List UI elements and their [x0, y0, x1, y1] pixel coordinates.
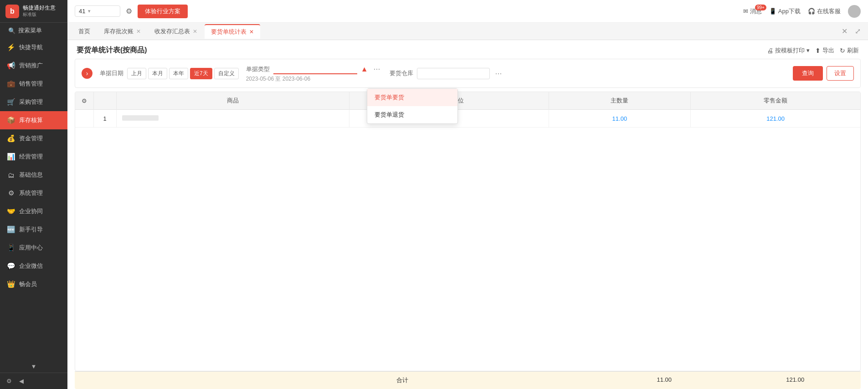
nav-label-sales: 销售管理	[19, 80, 43, 88]
sidebar-logo: b 畅捷通好生意 标准版	[0, 0, 67, 23]
header-company-select[interactable]: 41 ▾	[75, 5, 120, 17]
nav-label-wechat: 企业微信	[19, 262, 43, 270]
nav-label-system: 系统管理	[19, 189, 43, 197]
sidebar-search-label: 搜索菜单	[18, 26, 42, 35]
table-col-amount: 零售金额	[691, 92, 860, 110]
tab-order-stats[interactable]: 要货单统计表 ✕	[205, 24, 260, 39]
sidebar-item-sales[interactable]: 💼销售管理	[0, 75, 67, 93]
tabs-restore-button[interactable]: ⤢	[852, 26, 863, 36]
sidebar-item-quicknav[interactable]: ⚡快捷导航	[0, 38, 67, 56]
query-button[interactable]: 查询	[793, 66, 823, 81]
row-index: 1	[93, 110, 116, 128]
sidebar-item-guide[interactable]: 🆕新手引导	[0, 220, 67, 239]
refresh-button[interactable]: ↻ 刷新	[840, 46, 859, 55]
sidebar-item-cooperation[interactable]: 🤝企业协同	[0, 202, 67, 220]
dropdown-item-order-goods[interactable]: 要货单要货	[367, 89, 457, 106]
sidebar-item-inventory[interactable]: 📦库存核算	[0, 111, 67, 129]
date-range-display: 2023-05-06 至 2023-06-06	[246, 75, 382, 83]
table-col-product: 商品	[116, 92, 349, 110]
nav-label-appstore: 应用中心	[19, 244, 43, 252]
footer-qty: 11.00	[599, 376, 730, 384]
tab-inventory-batch[interactable]: 库存批次账 ✕	[98, 25, 147, 38]
sidebar-search[interactable]: 🔍 搜索菜单	[0, 23, 67, 38]
warehouse-more-button[interactable]: ···	[493, 69, 504, 78]
export-button[interactable]: ⬆ 导出	[815, 46, 834, 55]
export-icon: ⬆	[815, 47, 821, 54]
nav-label-purchase: 采购管理	[19, 98, 43, 106]
page-header: 要货单统计表(按商品) 🖨 按模板打印 ▾ ⬆ 导出 ↻ 刷新	[67, 40, 868, 59]
tab-order-stats-close[interactable]: ✕	[249, 29, 254, 35]
sidebar-scroll-down[interactable]: ▼	[0, 360, 67, 373]
tab-inventory-summary-close[interactable]: ✕	[193, 28, 197, 35]
nav-label-operations: 经营管理	[19, 153, 43, 161]
sidebar-item-purchase[interactable]: 🛒采购管理	[0, 93, 67, 111]
date-quick-buttons: 上月 本月 本年 近7天 自定义	[127, 68, 239, 79]
sidebar-item-operations[interactable]: 📊经营管理	[0, 148, 67, 166]
footer-label: 合计	[337, 376, 468, 384]
nav-label-member: 畅会员	[19, 280, 37, 288]
sidebar-item-finance[interactable]: 💰资金管理	[0, 129, 67, 148]
sidebar-settings-icon[interactable]: ⚙	[6, 378, 12, 384]
print-template-button[interactable]: 🖨 按模板打印 ▾	[767, 46, 810, 55]
type-filter-label: 单据类型	[246, 65, 270, 73]
avatar[interactable]	[848, 5, 861, 18]
tabs-bar: 首页 库存批次账 ✕ 收发存汇总表 ✕ 要货单统计表 ✕ ✕ ⤢	[67, 23, 868, 40]
data-table: ⚙ 商品 主计量单位 主数量 零售金额 1 块 11.00	[75, 92, 860, 128]
app-download-button[interactable]: 📱 App下载	[769, 7, 801, 15]
tab-order-stats-label: 要货单统计表	[211, 28, 247, 36]
refresh-label: 刷新	[847, 46, 859, 55]
sidebar-item-system[interactable]: ⚙系统管理	[0, 184, 67, 202]
nav-icon-marketing: 📢	[6, 61, 15, 70]
phone-icon: 📱	[769, 8, 776, 15]
nav-icon-system: ⚙	[6, 189, 15, 198]
date-filter-label: 单据日期	[100, 69, 123, 77]
page-content: 要货单统计表(按商品) 🖨 按模板打印 ▾ ⬆ 导出 ↻ 刷新 ›	[67, 40, 868, 389]
header-gear-icon[interactable]: ⚙	[126, 7, 132, 15]
print-icon: 🖨	[767, 47, 773, 54]
message-icon: ✉	[743, 8, 748, 15]
this-month-button[interactable]: 本月	[148, 68, 167, 79]
tab-inventory-batch-close[interactable]: ✕	[136, 28, 141, 35]
table-footer: 合计 11.00 121.00	[75, 371, 861, 389]
sidebar: b 畅捷通好生意 标准版 🔍 搜索菜单 ⚡快捷导航📢营销推广💼销售管理🛒采购管理…	[0, 0, 67, 389]
sidebar-logo-sub: 标准版	[23, 11, 56, 18]
sidebar-item-appstore[interactable]: 📱应用中心	[0, 239, 67, 257]
footer-unit	[468, 376, 599, 384]
custom-date-button[interactable]: 自定义	[214, 68, 239, 79]
type-filter-input[interactable]	[273, 64, 357, 74]
filter-more-button[interactable]: ···	[372, 64, 382, 74]
tabs-close-all-button[interactable]: ✕	[839, 26, 850, 36]
warehouse-filter-label: 要货仓库	[390, 69, 413, 77]
prev-month-button[interactable]: 上月	[127, 68, 146, 79]
main-content: 41 ▾ ⚙ 体验行业方案 ✉ 消息 99+ 📱 App下载 🎧 在线客服	[67, 0, 868, 389]
warehouse-filter-input[interactable]	[417, 68, 490, 79]
this-year-button[interactable]: 本年	[169, 68, 188, 79]
nav-icon-operations: 📊	[6, 152, 15, 161]
type-filter-caret[interactable]: ▲	[361, 65, 368, 73]
trial-button[interactable]: 体验行业方案	[138, 5, 188, 18]
table-col-settings[interactable]: ⚙	[75, 92, 93, 110]
online-service-label: 在线客服	[817, 7, 841, 15]
online-service-button[interactable]: 🎧 在线客服	[808, 7, 841, 15]
dropdown-item-order-return[interactable]: 要货单退货	[367, 106, 457, 123]
sidebar-item-marketing[interactable]: 📢营销推广	[0, 56, 67, 75]
sidebar-item-wechat[interactable]: 💬企业微信	[0, 257, 67, 275]
sidebar-item-basics[interactable]: 🗂基础信息	[0, 166, 67, 184]
tab-home[interactable]: 首页	[72, 25, 97, 38]
headset-icon: 🎧	[808, 8, 815, 15]
header-company-value: 41	[79, 8, 85, 15]
last7-button[interactable]: 近7天	[190, 68, 212, 79]
tab-inventory-summary[interactable]: 收发存汇总表 ✕	[148, 25, 204, 38]
sidebar-collapse-icon[interactable]: ◀	[19, 378, 24, 384]
page-header-actions: 🖨 按模板打印 ▾ ⬆ 导出 ↻ 刷新	[767, 46, 859, 55]
app-download-label: App下载	[778, 7, 801, 15]
filter-expand-button[interactable]: ›	[82, 68, 92, 79]
sidebar-footer: ⚙ ◀	[0, 373, 67, 389]
filter-settings-button[interactable]: 设置	[827, 66, 854, 81]
sidebar-item-member[interactable]: 👑畅会员	[0, 275, 67, 293]
tab-home-label: 首页	[78, 27, 90, 36]
data-table-container: ⚙ 商品 主计量单位 主数量 零售金额 1 块 11.00	[75, 92, 861, 371]
nav-icon-cooperation: 🤝	[6, 207, 15, 216]
page-title: 要货单统计表(按商品)	[77, 46, 147, 55]
messages-button[interactable]: ✉ 消息 99+	[743, 7, 762, 15]
